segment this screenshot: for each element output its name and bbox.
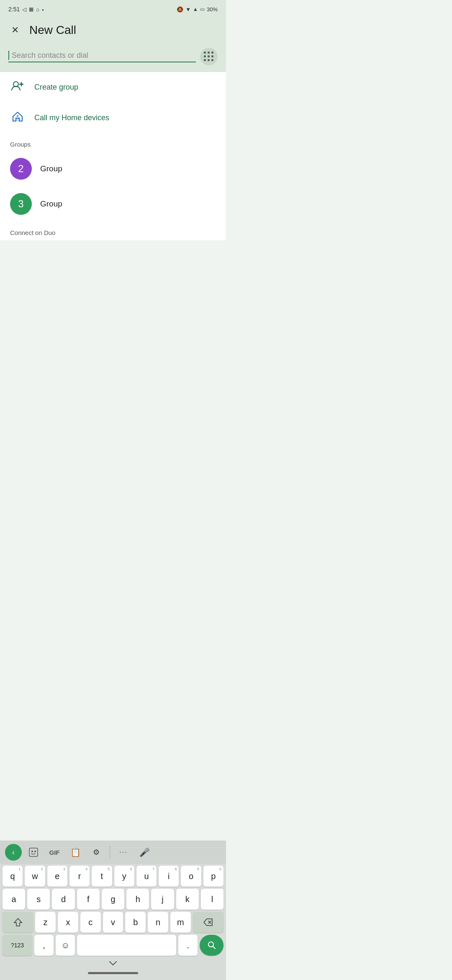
status-right: 🔕 ▼ ▲ ▭ 30% — [177, 6, 218, 13]
create-group-label: Create group — [34, 83, 78, 92]
dialpad-icon — [204, 52, 214, 62]
home-icon: ⌂ — [36, 6, 39, 13]
alert-icon: ● — [42, 8, 44, 12]
call-home-icon — [10, 111, 25, 125]
battery-percent: 30% — [207, 6, 218, 13]
search-input-wrap[interactable]: Search contacts or dial — [8, 51, 196, 62]
status-left: 2:51 ◁ ▦ ⌂ ● — [8, 6, 44, 13]
svg-rect-3 — [16, 118, 19, 121]
calendar-icon: ▦ — [29, 6, 33, 12]
group-3-name: Group — [40, 199, 62, 209]
connect-on-duo: Connect on Duo — [0, 222, 226, 240]
group-2-item[interactable]: 2 Group — [0, 151, 226, 186]
battery-icon: ▭ — [200, 6, 205, 12]
groups-section-header: Groups — [0, 133, 226, 151]
navigation-icon: ◁ — [22, 6, 26, 13]
call-home-item[interactable]: Call my Home devices — [0, 102, 226, 133]
create-group-item[interactable]: Create group — [0, 72, 226, 102]
group-3-item[interactable]: 3 Group — [0, 186, 226, 222]
page-title: New Call — [29, 23, 76, 37]
search-bar: Search contacts or dial — [0, 44, 226, 72]
content-area: Create group Call my Home devices Groups… — [0, 72, 226, 240]
signal-icon: ▲ — [193, 6, 198, 12]
group-3-avatar: 3 — [10, 193, 32, 215]
header: ✕ New Call — [0, 17, 226, 44]
text-cursor — [8, 51, 9, 60]
search-input[interactable]: Search contacts or dial — [12, 51, 196, 60]
wifi-icon: ▼ — [185, 6, 191, 13]
status-bar: 2:51 ◁ ▦ ⌂ ● 🔕 ▼ ▲ ▭ 30% — [0, 0, 226, 17]
svg-point-4 — [17, 115, 19, 117]
mute-icon: 🔕 — [177, 6, 183, 13]
create-group-icon — [10, 80, 25, 94]
dialpad-button[interactable] — [200, 48, 218, 65]
group-2-name: Group — [40, 164, 62, 173]
time: 2:51 — [8, 6, 20, 13]
group-2-avatar: 2 — [10, 158, 32, 180]
close-button[interactable]: ✕ — [8, 25, 22, 36]
call-home-label: Call my Home devices — [34, 113, 109, 122]
